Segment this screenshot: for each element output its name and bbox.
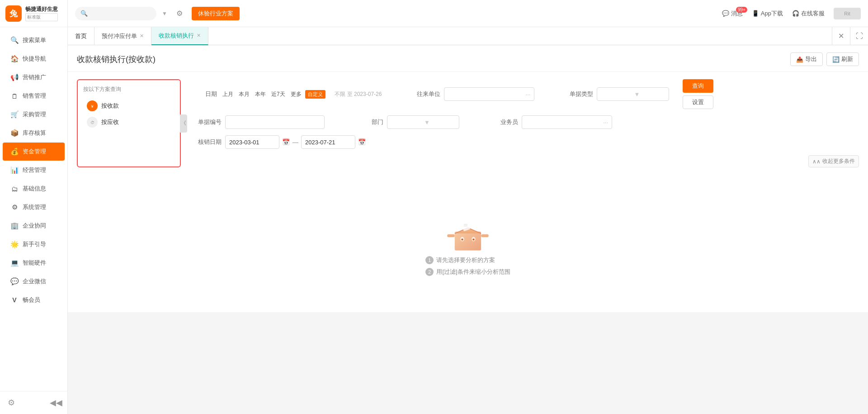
date-custom-badge[interactable]: 自定义 bbox=[305, 90, 326, 99]
tab-close-writeoff[interactable]: ✕ bbox=[197, 33, 201, 38]
page-header: 收款核销执行(按收款) 📤 导出 🔄 刷新 bbox=[68, 45, 868, 72]
tab-home[interactable]: 首页 bbox=[68, 27, 94, 45]
user-avatar[interactable]: Rit bbox=[834, 8, 861, 19]
refresh-icon: 🔄 bbox=[832, 56, 840, 63]
tip-num-2: 2 bbox=[425, 268, 434, 276]
bill-number-input[interactable] bbox=[225, 115, 325, 129]
online-service-button[interactable]: 🎧 在线客服 bbox=[792, 10, 825, 18]
staff-dots[interactable]: ··· bbox=[603, 119, 608, 126]
date-field: 日期 上月 本月 本年 近7天 更多 自定义 bbox=[190, 90, 326, 99]
sidebar-item-base-info[interactable]: 🗂 基础信息 bbox=[3, 180, 65, 198]
staff-input[interactable]: ··· bbox=[522, 115, 612, 129]
sidebar-item-marketing[interactable]: 📢 营销推广 bbox=[3, 68, 65, 86]
sidebar-item-label: 畅会员 bbox=[23, 296, 40, 304]
settings-button[interactable]: 设置 bbox=[683, 95, 713, 109]
sidebar-item-operations[interactable]: 📊 经营管理 bbox=[3, 161, 65, 179]
dept-label: 部门 bbox=[352, 118, 383, 126]
app-download-icon: 📱 bbox=[752, 10, 759, 17]
date-shortcut-last-month[interactable]: 上月 bbox=[221, 90, 235, 99]
app-download-button[interactable]: 📱 App下载 bbox=[752, 10, 783, 18]
date-shortcut-this-year[interactable]: 本年 bbox=[253, 90, 268, 99]
sidebar-item-label: 企业微信 bbox=[23, 277, 46, 286]
sidebar-item-sales[interactable]: 🗒 销售管理 bbox=[3, 87, 65, 105]
topbar-search[interactable]: 🔍 bbox=[75, 7, 156, 20]
industry-solution-button[interactable]: 休验行业方案 bbox=[192, 7, 240, 20]
sidebar-item-wechat[interactable]: 💬 企业微信 bbox=[3, 272, 65, 290]
query-option-by-receivable[interactable]: ⏱ 按应收 bbox=[83, 114, 175, 130]
empty-state-tips: 1 请先选择要分析的方案 2 用[过滤]条件来缩小分析范围 bbox=[425, 256, 510, 276]
sidebar-item-guide[interactable]: 🌟 新手引导 bbox=[3, 235, 65, 253]
by-receivable-label: 按应收 bbox=[101, 118, 119, 126]
query-area: 按以下方案查询 ¥ 按收款 ⏱ 按应收 《 bbox=[68, 72, 868, 175]
close-tab-button[interactable]: ✕ bbox=[832, 27, 850, 45]
bill-type-label: 单据类型 bbox=[561, 90, 593, 98]
sidebar-item-inventory[interactable]: 📦 库存核算 bbox=[3, 124, 65, 142]
sidebar-item-quick-nav[interactable]: 🏠 快捷导航 bbox=[3, 50, 65, 68]
sidebar: 兔 畅捷通好生意 标准版 🔍 搜索菜单 🏠 快捷导航 📢 营销推广 🗒 销售管理… bbox=[0, 0, 68, 414]
tab-writeoff[interactable]: 收款核销执行 ✕ bbox=[151, 27, 208, 45]
message-button[interactable]: 💬 消息 99+ bbox=[722, 10, 743, 18]
date-shortcut-this-month[interactable]: 本月 bbox=[237, 90, 251, 99]
writeoff-start-calendar-icon[interactable]: 📅 bbox=[282, 138, 290, 146]
sidebar-item-label: 快捷导航 bbox=[23, 55, 46, 63]
dept-select[interactable]: ▼ bbox=[387, 115, 459, 129]
by-receivable-icon: ⏱ bbox=[87, 117, 98, 128]
writeoff-end-calendar-icon[interactable]: 📅 bbox=[358, 138, 366, 146]
expand-tab-button[interactable]: ⛶ bbox=[850, 27, 868, 45]
svg-rect-12 bbox=[467, 220, 474, 228]
counterparty-dots[interactable]: ··· bbox=[526, 91, 531, 98]
sidebar-item-purchase[interactable]: 🛒 采购管理 bbox=[3, 105, 65, 124]
dept-field: 部门 ▼ bbox=[352, 115, 459, 129]
main-content: 🔍 ▼ ⚙ 休验行业方案 💬 消息 99+ 📱 App下载 🎧 在线客服 Rit bbox=[68, 0, 868, 414]
topbar-dropdown-arrow[interactable]: ▼ bbox=[162, 10, 167, 17]
tab-prepay[interactable]: 预付冲应付单 ✕ bbox=[94, 27, 151, 45]
collapse-more-button[interactable]: ∧∧ 收起更多条件 bbox=[808, 155, 859, 167]
service-icon: 🎧 bbox=[792, 10, 799, 17]
by-receipt-icon: ¥ bbox=[87, 100, 98, 111]
bill-type-select[interactable]: ▼ bbox=[597, 87, 669, 101]
empty-tip-2: 2 用[过滤]条件来缩小分析范围 bbox=[425, 268, 510, 276]
empty-state-image bbox=[445, 211, 491, 256]
sidebar-item-label: 搜索菜单 bbox=[23, 36, 46, 44]
refresh-button[interactable]: 🔄 刷新 bbox=[826, 52, 859, 66]
sidebar-item-label: 基础信息 bbox=[23, 185, 46, 193]
writeoff-start-input[interactable] bbox=[225, 135, 279, 149]
sidebar-item-label: 营销推广 bbox=[23, 73, 46, 81]
collapse-sidebar-button[interactable]: 《 bbox=[180, 114, 187, 133]
settings-bottom-icon[interactable]: ⚙ bbox=[5, 396, 18, 409]
tab-close-prepay[interactable]: ✕ bbox=[140, 33, 144, 39]
sidebar-item-member[interactable]: V 畅会员 bbox=[3, 291, 65, 309]
export-button[interactable]: 📤 导出 bbox=[790, 52, 823, 66]
query-button[interactable]: 查询 bbox=[683, 79, 713, 93]
writeoff-end-input[interactable] bbox=[301, 135, 355, 149]
query-action-buttons: 查询 设置 bbox=[683, 79, 713, 109]
sidebar-item-label: 采购管理 bbox=[23, 110, 46, 119]
svg-rect-10 bbox=[481, 234, 489, 238]
purchase-icon: 🛒 bbox=[10, 110, 19, 119]
empty-tip-1: 1 请先选择要分析的方案 bbox=[425, 256, 510, 264]
collapse-sidebar-icon[interactable]: ◀◀ bbox=[49, 396, 63, 409]
bill-type-dropdown-arrow: ▼ bbox=[634, 91, 665, 98]
date-shortcut-7days[interactable]: 近7天 bbox=[269, 90, 287, 99]
date-unlimited-display: 不限 至 2023-07-26 bbox=[335, 90, 382, 98]
home-icon: 🏠 bbox=[10, 54, 19, 63]
tip-text-2: 用[过滤]条件来缩小分析范围 bbox=[436, 268, 510, 276]
tip-text-1: 请先选择要分析的方案 bbox=[436, 256, 495, 264]
sidebar-item-finance[interactable]: 💰 资金管理 bbox=[3, 143, 65, 161]
empty-state: 1 请先选择要分析的方案 2 用[过滤]条件来缩小分析范围 bbox=[68, 175, 868, 312]
sidebar-item-system[interactable]: ⚙ 系统管理 bbox=[3, 198, 65, 216]
topbar-settings-icon[interactable]: ⚙ bbox=[173, 7, 186, 20]
sidebar-item-search[interactable]: 🔍 搜索菜单 bbox=[3, 31, 65, 49]
counterparty-field: 往来单位 ··· bbox=[409, 87, 534, 101]
search-icon: 🔍 bbox=[80, 10, 88, 17]
staff-field: 业务员 ··· bbox=[486, 115, 612, 129]
query-option-by-receipt[interactable]: ¥ 按收款 bbox=[83, 98, 175, 114]
tabbar-actions: ✕ ⛶ bbox=[832, 27, 868, 45]
counterparty-input[interactable]: ··· bbox=[444, 87, 534, 101]
operations-icon: 📊 bbox=[10, 166, 19, 175]
date-shortcut-more[interactable]: 更多 bbox=[289, 90, 303, 99]
sidebar-item-enterprise[interactable]: 🏢 企业协同 bbox=[3, 217, 65, 235]
page-actions: 📤 导出 🔄 刷新 bbox=[790, 52, 859, 66]
tab-label: 首页 bbox=[75, 32, 87, 40]
sidebar-item-hardware[interactable]: 💻 智能硬件 bbox=[3, 254, 65, 272]
